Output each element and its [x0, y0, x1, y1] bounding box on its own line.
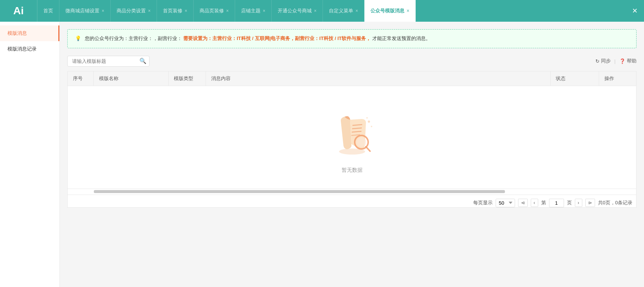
page-input[interactable]	[549, 199, 564, 207]
next-page-button[interactable]: ›	[575, 199, 582, 207]
sync-icon: ↻	[595, 58, 600, 64]
tab-item-2[interactable]: 商品分类设置×	[111, 0, 157, 22]
horizontal-scrollbar[interactable]	[67, 189, 637, 195]
tab-item-5[interactable]: 店铺主题×	[235, 0, 272, 22]
sync-button[interactable]: ↻ 同步	[595, 58, 611, 64]
tab-item-3[interactable]: 首页装修×	[157, 0, 194, 22]
tab-item-0[interactable]: 首页	[37, 0, 59, 22]
svg-point-10	[366, 117, 368, 119]
page-label: 第	[541, 199, 546, 206]
help-icon: ❓	[619, 58, 625, 64]
tab-close-2[interactable]: ×	[148, 8, 151, 13]
tab-list: 首页微商城店铺设置×商品分类设置×首页装修×商品页装修×店铺主题×开通公众号商城…	[37, 0, 625, 22]
tab-item-4[interactable]: 商品页装修×	[194, 0, 235, 22]
search-right: ↻ 同步 | ❓ 帮助	[595, 58, 637, 64]
svg-point-6	[357, 137, 366, 147]
page-size-select[interactable]: 50 20 100	[496, 199, 515, 207]
window-close-button[interactable]: ✕	[625, 0, 644, 22]
table-header-row: 序号 模版名称 模版类型 消息内容 状态 操作	[68, 71, 637, 86]
col-action: 操作	[599, 71, 637, 86]
col-name: 模版名称	[94, 71, 169, 86]
tab-item-8[interactable]: 公众号模版消息×	[364, 0, 416, 22]
tab-close-6[interactable]: ×	[314, 8, 317, 13]
tab-close-7[interactable]: ×	[355, 8, 358, 13]
divider: |	[614, 58, 616, 64]
tab-item-6[interactable]: 开通公众号商城×	[272, 0, 323, 22]
search-left: 🔍	[67, 56, 150, 67]
content-area: 💡 您的公众号行业为：主营行业：，副营行业： 需要设置为：主营行业：IT科技 /…	[60, 22, 644, 287]
tab-item-7[interactable]: 自定义菜单×	[323, 0, 364, 22]
scrollbar-thumb[interactable]	[94, 190, 505, 193]
bulb-icon: 💡	[75, 36, 81, 41]
tab-close-3[interactable]: ×	[185, 8, 187, 13]
sidebar-item-template-message-records[interactable]: 模版消息记录	[0, 41, 59, 57]
search-button[interactable]: 🔍	[139, 58, 147, 64]
first-page-button[interactable]: ⊲	[518, 199, 528, 207]
col-type: 模版类型	[169, 71, 206, 86]
page-size-label: 每页显示	[473, 199, 493, 206]
svg-point-8	[368, 120, 370, 123]
last-page-button[interactable]: ⊳	[585, 199, 595, 207]
tab-item-1[interactable]: 微商城店铺设置×	[59, 0, 111, 22]
notice-prefix: 您的公众号行业为：主营行业：，副营行业：	[85, 36, 182, 41]
empty-state: 暂无数据	[67, 86, 637, 189]
notice-banner: 💡 您的公众号行业为：主营行业：，副营行业： 需要设置为：主营行业：IT科技 /…	[67, 29, 637, 48]
search-input[interactable]	[67, 56, 150, 67]
search-bar: 🔍 ↻ 同步 | ❓ 帮助	[67, 56, 637, 67]
notice-highlight: 需要设置为：主营行业：IT科技 / 互联网|电子商务，副营行业：IT科技 / I…	[183, 36, 371, 41]
tab-close-1[interactable]: ×	[102, 8, 104, 13]
sidebar-item-template-message[interactable]: 模版消息	[0, 25, 59, 41]
brand-logo: Ai	[0, 0, 37, 22]
prev-page-button[interactable]: ‹	[531, 199, 538, 207]
svg-line-7	[366, 147, 370, 151]
pagination: 每页显示 50 20 100 ⊲ ‹ 第 页 › ⊳ 共0页，0条记录	[67, 195, 637, 208]
svg-point-9	[371, 126, 372, 127]
col-status: 状态	[551, 71, 599, 86]
data-table: 序号 模版名称 模版类型 消息内容 状态 操作	[67, 71, 637, 86]
topbar: Ai 首页微商城店铺设置×商品分类设置×首页装修×商品页装修×店铺主题×开通公众…	[0, 0, 644, 22]
tab-close-8[interactable]: ×	[407, 8, 409, 13]
total-info: 共0页，0条记录	[598, 199, 632, 206]
help-button[interactable]: ❓ 帮助	[619, 58, 637, 64]
empty-text: 暂无数据	[342, 167, 363, 174]
page-unit: 页	[567, 199, 572, 206]
tab-close-4[interactable]: ×	[226, 8, 229, 13]
main-layout: 模版消息 模版消息记录 💡 您的公众号行业为：主营行业：，副营行业： 需要设置为…	[0, 22, 644, 287]
col-index: 序号	[68, 71, 94, 86]
search-input-wrap: 🔍	[67, 56, 150, 67]
sidebar: 模版消息 模版消息记录	[0, 22, 60, 287]
empty-illustration	[326, 109, 378, 161]
notice-suffix: 才能正常发送预置的消息。	[372, 36, 431, 41]
col-content: 消息内容	[206, 71, 551, 86]
tab-close-5[interactable]: ×	[263, 8, 265, 13]
